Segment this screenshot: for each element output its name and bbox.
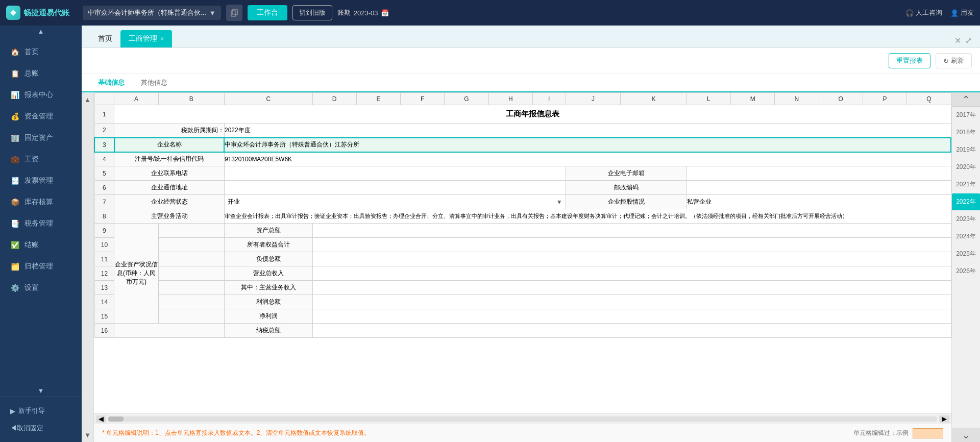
row-num-5: 5 (94, 166, 114, 181)
sidebar-label-home: 首页 (24, 47, 39, 57)
row11-label: 负债总额 (224, 252, 312, 266)
row6-label: 企业通信地址 (114, 181, 225, 195)
sidebar-item-archive[interactable]: 🗂️ 归档管理 (0, 256, 82, 277)
tab-business[interactable]: 工商管理 × (120, 30, 172, 47)
scroll-right-btn[interactable]: ▶ (939, 415, 949, 423)
year-item[interactable]: 2019年 (952, 141, 980, 159)
copy-button[interactable] (226, 5, 242, 21)
row9-value[interactable] (312, 224, 951, 238)
tab-home[interactable]: 首页 (90, 30, 120, 47)
row-num-4: 4 (94, 152, 114, 166)
maximize-window-button[interactable]: ⤢ (965, 36, 972, 45)
year-down-btn[interactable]: ⌄ (952, 428, 980, 442)
row-num-3: 3 (94, 138, 114, 152)
refresh-button[interactable]: ↻ 刷新 (936, 53, 972, 68)
sidebar-item-invoice[interactable]: 🧾 发票管理 (0, 170, 82, 191)
row16-sub-label: 纳税总额 (224, 324, 312, 338)
year-item[interactable]: 2024年 (952, 228, 980, 245)
year-nav-up-btn[interactable]: ▲ (84, 92, 91, 107)
user-menu[interactable]: 👤 用友 (950, 8, 974, 17)
sidebar-item-assets[interactable]: 🏢 固定资产 (0, 127, 82, 149)
row14-value[interactable] (312, 295, 951, 309)
close-window-button[interactable]: ✕ (954, 36, 961, 45)
row3-value[interactable]: 中审众环会计师事务所（特殊普通合伙）江苏分所 (224, 138, 951, 152)
company-selector[interactable]: 中审众环会计师事务所（特殊普通合伙... ▼ (83, 6, 221, 20)
year-item[interactable]: 2023年 (952, 211, 980, 228)
row13-value[interactable] (312, 281, 951, 295)
year-item[interactable]: 2025年 (952, 245, 980, 263)
year-item[interactable]: 2017年 (952, 107, 980, 124)
col-header-g: G (445, 93, 488, 105)
row12-value[interactable] (312, 266, 951, 281)
sidebar-label-archive: 归档管理 (24, 262, 53, 271)
year-item[interactable]: 2018年 (952, 124, 980, 141)
row4-value[interactable]: 91320100MA208E5W6K (224, 152, 951, 166)
sidebar-item-tax[interactable]: 📑 税务管理 (0, 213, 82, 234)
sub-tab-basic[interactable]: 基础信息 (90, 74, 133, 92)
col-header-m: M (731, 93, 775, 105)
sidebar-item-inventory[interactable]: 📦 库存核算 (0, 191, 82, 213)
row12-spacer (158, 266, 224, 281)
row7-holding[interactable]: 私营企业 (687, 195, 951, 209)
sidebar-label-salary: 工资 (24, 155, 39, 164)
sidebar-item-closing[interactable]: ✅ 结账 (0, 234, 82, 256)
row10-value[interactable] (312, 238, 951, 252)
sub-tab-other[interactable]: 其他信息 (133, 74, 176, 92)
sidebar-item-settings[interactable]: ⚙️ 设置 (0, 277, 82, 299)
year-up-btn[interactable]: ⌃ (952, 92, 980, 107)
year-nav-down-btn[interactable]: ▼ (84, 428, 91, 442)
row11-value[interactable] (312, 252, 951, 266)
workspace-button[interactable]: 工作台 (248, 5, 287, 20)
tab-close-button[interactable]: × (160, 35, 164, 42)
cancel-fixed-label: ◀取消固定 (10, 424, 43, 433)
sidebar-item-finance[interactable]: 💰 资金管理 (0, 106, 82, 127)
col-header-q: Q (907, 93, 951, 105)
scroll-track[interactable] (108, 416, 937, 422)
sidebar-item-home[interactable]: 🏠 首页 (0, 41, 82, 63)
year-item[interactable]: 2026年 (952, 263, 980, 280)
year-item[interactable]: 2021年 (952, 176, 980, 193)
scroll-left-btn[interactable]: ◀ (96, 415, 106, 423)
scroll-thumb[interactable] (108, 416, 124, 422)
period-value: 2023-03 (354, 9, 378, 17)
row16-value[interactable] (312, 324, 951, 338)
new-user-guide[interactable]: ▶ 新手引导 (0, 402, 82, 420)
row6-zip[interactable] (687, 181, 951, 195)
row2-value[interactable]: 2022年度 (224, 124, 951, 138)
year-item[interactable]: 2022年 (952, 193, 980, 211)
old-version-button[interactable]: 切到旧版 (292, 5, 332, 20)
row5-phone[interactable] (224, 166, 566, 181)
table-row: 10 所有者权益合计 (94, 238, 951, 252)
svg-rect-0 (231, 11, 236, 16)
headset-icon: 🎧 (905, 9, 914, 17)
row15-value[interactable] (312, 309, 951, 324)
table-row: 6 企业通信地址 邮政编码 (94, 181, 951, 195)
sidebar-scroll-up[interactable]: ▲ (0, 26, 82, 37)
finance-icon: 💰 (10, 112, 19, 120)
row7-status[interactable]: 开业 ▼ (224, 195, 566, 209)
sidebar-item-salary[interactable]: 💼 工资 (0, 149, 82, 170)
help-button[interactable]: 🎧 人工咨询 (905, 8, 942, 17)
sidebar-item-reports[interactable]: 📊 报表中心 (0, 84, 82, 106)
sidebar-scroll-down[interactable]: ▼ (0, 385, 82, 397)
calendar-icon[interactable]: 📅 (381, 9, 389, 17)
row-num-8: 8 (94, 209, 114, 224)
reset-report-button[interactable]: 重置报表 (889, 53, 930, 68)
sidebar-item-ledger[interactable]: 📋 总账 (0, 63, 82, 84)
row3-label: 企业名称 (114, 138, 225, 152)
spreadsheet-container[interactable]: A B C D E F G H I J K L (94, 92, 951, 413)
col-header-n: N (775, 93, 819, 105)
year-item[interactable]: 2020年 (952, 159, 980, 176)
horizontal-scrollbar[interactable]: ◀ ▶ (94, 413, 951, 424)
table-row: 1 工商年报信息表 (94, 105, 951, 124)
title-cell[interactable]: 工商年报信息表 (114, 105, 951, 124)
row5-email[interactable] (687, 166, 951, 181)
row-num-2: 2 (94, 124, 114, 138)
main-layout: ▲ 🏠 首页 📋 总账 📊 报表中心 💰 资金管理 🏢 固定资产 (0, 26, 980, 442)
cancel-fixed-button[interactable]: ◀取消固定 (0, 420, 82, 437)
table-row: 2 税款所属期间： 2022年度 (94, 124, 951, 138)
row8-value[interactable]: 审查企业会计报表；出具审计报告；验证企业资本；出具验资报告；办理企业合开、分立、… (224, 209, 951, 224)
row6-address[interactable] (224, 181, 566, 195)
guide-label: 新手引导 (18, 406, 45, 415)
col-header-b: B (158, 93, 224, 105)
